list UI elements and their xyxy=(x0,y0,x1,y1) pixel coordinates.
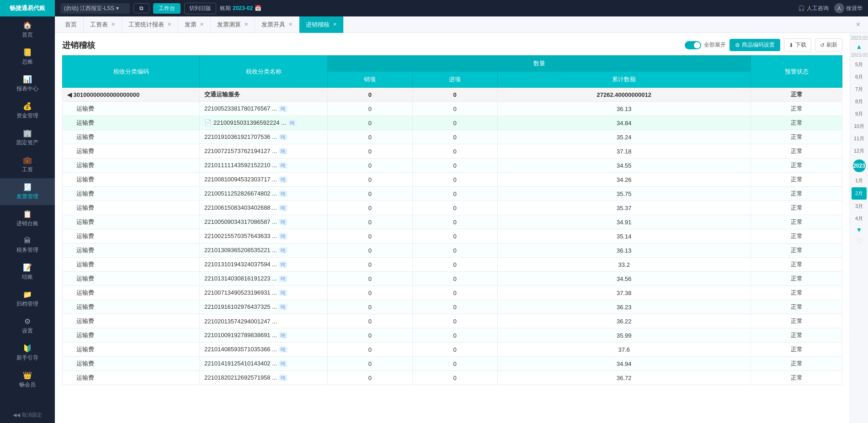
content-area: 进销稽核 全部展开 ⚙ 商品编码设置 ⬇ 下载 ↺ xyxy=(55,33,868,423)
tab-close-salary[interactable]: ✕ xyxy=(111,21,115,27)
table-row[interactable]: 运输费 22100523381780176567 ... 吨 0 0 36.13… xyxy=(63,102,842,116)
rp-month-3[interactable]: 3月 xyxy=(850,200,868,212)
table-row[interactable]: 运输费 22100215570357643633 ... 吨 0 0 35.14… xyxy=(63,229,842,243)
row-name: 运输费 xyxy=(63,229,200,243)
switch-version-button[interactable]: 切到旧版 xyxy=(184,3,216,14)
table-row[interactable]: 运输费 22100713490523196931 ... 吨 0 0 37.38… xyxy=(63,286,842,300)
row-cumulative: 36.22 xyxy=(497,314,751,328)
row-purchase: 0 xyxy=(412,328,497,343)
tab-invoice-calc[interactable]: 发票测算 ✕ xyxy=(211,16,255,33)
copy-button[interactable]: ⧉ xyxy=(133,3,149,13)
row-name: 运输费 xyxy=(63,286,200,300)
sidebar-item-purchase-sale[interactable]: 📋 进销台账 xyxy=(0,205,55,232)
sidebar-item-fixed-assets[interactable]: 🏢 固定资产 xyxy=(0,124,55,151)
row-sale: 0 xyxy=(328,102,413,116)
rp-month-4[interactable]: 4月 xyxy=(850,212,868,225)
tab-close-invoice-open[interactable]: ✕ xyxy=(288,21,293,27)
row-sale: 0 xyxy=(328,243,413,258)
table-row[interactable]: 运输费 22101408593571035366 ... 吨 0 0 37.6 … xyxy=(63,343,842,357)
right-panel: 2023.02 ▲ 2023.02 5月 6月 7月 8月 9月 10月 11月… xyxy=(850,33,868,423)
table-row[interactable]: 运输费 22101419125410143402 ... 吨 0 0 34.94… xyxy=(63,357,842,371)
table-parent-row: ◀ 30100000000000000000 交通运输服务 0 0 27262.… xyxy=(63,88,842,102)
table-row[interactable]: 运输费 22101916102976437325 ... 吨 0 0 36.23… xyxy=(63,300,842,314)
tab-close-invoice[interactable]: ✕ xyxy=(200,21,204,27)
table-row[interactable]: 运输费 22101314030816191223 ... 吨 0 0 34.56… xyxy=(63,272,842,286)
expand-toggle[interactable] xyxy=(685,41,701,49)
sidebar-item-guide[interactable]: 🔰 新手引导 xyxy=(0,339,55,366)
table-row[interactable]: 运输费 22101820212692571958 ... 吨 0 0 36.72… xyxy=(63,371,842,385)
table-row[interactable]: 运输费 22101309365208535221 ... 吨 0 0 36.13… xyxy=(63,243,842,258)
unit-tag: 吨 xyxy=(279,106,288,112)
sidebar-item-member[interactable]: 👑 畅会员 xyxy=(0,366,55,393)
workbench-button[interactable]: 工作台 xyxy=(153,3,181,14)
support-button[interactable]: 🎧 人工咨询 xyxy=(798,5,829,12)
row-purchase: 0 xyxy=(412,357,497,371)
row-purchase: 0 xyxy=(412,130,497,144)
unit-tag: 吨 xyxy=(279,247,288,254)
table-row[interactable]: 运输费 22100509034317086587 ... 吨 0 0 34.91… xyxy=(63,215,842,229)
row-cumulative: 34.94 xyxy=(497,357,751,371)
table-row[interactable]: 运输费 22100810094532303717 ... 吨 0 0 34.26… xyxy=(63,173,842,187)
calendar-icon[interactable]: 📅 xyxy=(255,5,261,11)
sidebar-item-general-ledger[interactable]: 📒 总账 xyxy=(0,43,55,70)
tab-close-invoice-calc[interactable]: ✕ xyxy=(244,21,248,27)
rp-month-2[interactable]: 2月 xyxy=(852,187,867,200)
rp-heart-icon[interactable]: ♡ xyxy=(856,237,863,245)
tab-reconcile[interactable]: 进销稽核 ✕ xyxy=(299,16,344,33)
rp-up-arrow[interactable]: ▲ xyxy=(855,42,864,52)
table-row[interactable]: 运输费 22100615083403402688 ... 吨 0 0 35.37… xyxy=(63,201,842,215)
settings-button[interactable]: ⚙ 商品编码设置 xyxy=(730,39,780,51)
sidebar-item-invoice-mgmt[interactable]: 🧾 发票管理 xyxy=(0,178,55,205)
rp-month-12[interactable]: 12月 xyxy=(850,145,868,157)
unpin-button[interactable]: ◀◀ 取消固定 xyxy=(0,407,55,423)
rp-month-6[interactable]: 6月 xyxy=(850,71,868,83)
row-cumulative: 35.37 xyxy=(497,201,751,215)
company-selector[interactable]: (勿动) 江西报宝-LSS ▾ xyxy=(60,3,130,14)
table-row[interactable]: 运输费 22102013574294001247 ... 0 0 36.22 正… xyxy=(63,314,842,328)
rp-month-8[interactable]: 8月 xyxy=(850,95,868,108)
refresh-button[interactable]: ↺ 刷新 xyxy=(815,38,842,52)
table-row[interactable]: 运输费 22101111143592152210 ... 吨 0 0 34.55… xyxy=(63,159,842,173)
table-row[interactable]: 运输费 22101009192789838691 ... 吨 0 0 35.99… xyxy=(63,328,842,343)
row-purchase: 0 xyxy=(412,343,497,357)
parent-sale: 0 xyxy=(328,88,413,102)
sidebar-item-report[interactable]: 📊 报表中心 xyxy=(0,70,55,97)
tab-invoice-open[interactable]: 发票开具 ✕ xyxy=(255,16,299,33)
sidebar-item-tax[interactable]: 🏛 税务管理 xyxy=(0,232,55,259)
row-invoice-no: 22100713490523196931 ... 吨 xyxy=(200,286,328,300)
table-row[interactable]: 运输费 22100511252826674802 ... 吨 0 0 35.75… xyxy=(63,187,842,201)
rp-month-9[interactable]: 9月 xyxy=(850,108,868,120)
tab-salary-report[interactable]: 工资统计报表 ✕ xyxy=(122,16,178,33)
rp-year-2023[interactable]: 2023 xyxy=(853,159,866,172)
sidebar-item-settings[interactable]: ⚙ 设置 xyxy=(0,312,55,339)
rp-month-5[interactable]: 5月 xyxy=(850,58,868,71)
rp-down-arrow[interactable]: ▼ xyxy=(855,225,864,235)
table-row[interactable]: 运输费 22100721573762194127 ... 吨 0 0 37.18… xyxy=(63,144,842,159)
rp-month-7[interactable]: 7月 xyxy=(850,83,868,95)
tab-close-reconcile[interactable]: ✕ xyxy=(333,21,337,27)
unit-tag: 吨 xyxy=(279,375,288,381)
row-status: 正常 xyxy=(751,144,842,159)
table-row[interactable]: 运输费 📄22100915031396592224 ... 吨 0 0 34.8… xyxy=(63,116,842,130)
tab-home[interactable]: 首页 xyxy=(59,16,84,33)
row-sale: 0 xyxy=(328,130,413,144)
rp-month-10[interactable]: 10月 xyxy=(850,120,868,132)
sidebar-item-fund[interactable]: 💰 资金管理 xyxy=(0,97,55,124)
row-status: 正常 xyxy=(751,357,842,371)
table-row[interactable]: 运输费 22101310194324037594 ... 吨 0 0 33.2 … xyxy=(63,258,842,272)
row-status: 正常 xyxy=(751,215,842,229)
rp-month-11[interactable]: 11月 xyxy=(850,132,868,145)
rp-month-1[interactable]: 1月 xyxy=(850,174,868,187)
table-row[interactable]: 运输费 22101910361921707536 ... 吨 0 0 35.24… xyxy=(63,130,842,144)
sidebar-item-salary[interactable]: 💼 工资 xyxy=(0,151,55,178)
user-menu[interactable]: 人 徐涯华 xyxy=(834,3,863,13)
sidebar-item-home[interactable]: 🏠 首页 xyxy=(0,16,55,43)
sidebar-item-archive[interactable]: 📁 归档管理 xyxy=(0,286,55,312)
close-all-tabs[interactable]: ✕ xyxy=(852,21,864,28)
tab-salary[interactable]: 工资表 ✕ xyxy=(84,16,122,33)
tab-close-salary-report[interactable]: ✕ xyxy=(167,21,171,27)
sidebar-item-settlement[interactable]: 📝 结账 xyxy=(0,259,55,286)
col-tax-code: 税收分类编码 xyxy=(63,56,200,88)
download-button[interactable]: ⬇ 下载 xyxy=(784,38,811,52)
tab-invoice[interactable]: 发票 ✕ xyxy=(178,16,211,33)
